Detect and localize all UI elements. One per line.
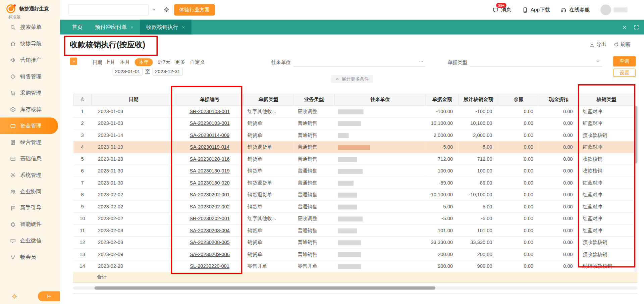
column-settings-icon[interactable] [80, 96, 85, 102]
refresh-button[interactable]: 刷新 [613, 41, 630, 48]
doc-no-link[interactable]: SA-20230208-005 [190, 240, 229, 245]
doc-no-link[interactable]: SA-20230119-014 [190, 144, 229, 150]
table-row[interactable]: 52023-01-28SA-20230128-016销货单普通销售712.007… [73, 153, 635, 165]
date-option[interactable]: 本月 [120, 58, 130, 65]
sidebar-item-2[interactable]: 快捷导航 [0, 35, 60, 52]
expand-more-button[interactable]: 展开更多条件 [331, 75, 373, 83]
org-select-redacted[interactable] [68, 4, 149, 15]
tab-2[interactable]: 预付冲应付单 [89, 20, 140, 35]
table-row[interactable]: 142023-02-20SL-20230220-001零售开单零售开单900.0… [73, 260, 635, 272]
chevron-down-icon[interactable] [151, 7, 157, 12]
total-label: 合计 [97, 274, 107, 281]
table-row[interactable]: 62023-01-30SA-20230130-019销货单普通销售100.001… [73, 165, 635, 177]
column-header[interactable]: 累计核销金额 [459, 94, 498, 105]
filter-settings-button[interactable]: 设置 [613, 68, 636, 77]
vertical-scrollbar[interactable] [634, 105, 638, 272]
sidebar-item-14[interactable]: 企业微信 [0, 233, 60, 249]
doc-no-link[interactable]: SA-20230203-004 [190, 227, 229, 233]
card-icon [10, 155, 16, 161]
query-button[interactable]: 查询 [613, 56, 636, 67]
vertical-scrollbar-thumb[interactable] [634, 106, 638, 163]
date-pills: 上月本月本年近7天更多自定义 [105, 58, 205, 66]
column-header[interactable]: 单据金额 [426, 94, 459, 105]
tab-3[interactable]: 收款核销执行 [140, 20, 192, 35]
gear-icon[interactable] [163, 7, 169, 13]
table-row[interactable]: 72023-01-30SA-20230130-020销货退货单普通销售-89.0… [73, 177, 635, 189]
messages-button[interactable]: 消息 99+ [492, 6, 511, 13]
doc-no-link[interactable]: SL-20230220-001 [190, 263, 229, 269]
cell-doc-no: SA-20230103-001 [176, 117, 244, 130]
column-header[interactable]: 余额 [498, 94, 539, 105]
sidebar-item-12[interactable]: 新手引导 [0, 200, 60, 216]
doc-no-link[interactable]: SA-20230202-001 [190, 192, 229, 198]
sidebar-item-8[interactable]: 经营管理 [0, 134, 60, 150]
table-row[interactable]: 82023-02-02SA-20230202-001销货退货单普通销售-10,1… [73, 189, 635, 201]
column-header[interactable]: 日期 [91, 94, 176, 105]
sidebar-footer [0, 291, 60, 302]
column-header[interactable]: 往来单位 [334, 94, 426, 105]
date-option[interactable]: 自定义 [190, 58, 205, 65]
cell-apply-type: 红蓝对冲 [579, 189, 635, 201]
doc-no-link[interactable]: SA-20230128-016 [190, 156, 229, 162]
sidebar-item-3[interactable]: 营销推广 [0, 52, 60, 68]
date-option[interactable]: 上月 [105, 58, 115, 65]
sidebar-item-4[interactable]: 销售管理 [0, 68, 60, 85]
date-from-field[interactable]: 2023-01-01 [113, 68, 143, 75]
close-icon[interactable] [622, 24, 627, 30]
table-row[interactable]: 32023-01-14SA-20230114-009销货单普通销售2,000.0… [73, 129, 635, 141]
tab-1[interactable]: 首页 [66, 20, 89, 35]
cell-balance: 0.00 [498, 117, 539, 130]
sidebar-item-5[interactable]: 采购管理 [0, 85, 60, 101]
sidebar-item-13[interactable]: 智能硬件 [0, 216, 60, 233]
doc-no-link[interactable]: SR-20230202-001 [190, 216, 230, 221]
online-support-button[interactable]: 在线客服 [560, 6, 590, 13]
sidebar-collapse-button[interactable] [38, 291, 60, 301]
more-dots-icon[interactable] [419, 59, 424, 64]
doc-no-link[interactable]: SA-20230130-019 [190, 168, 229, 174]
doc-no-link[interactable]: SA-20230130-020 [190, 180, 229, 186]
sidebar-item-11[interactable]: 企业协同 [0, 183, 60, 200]
trial-solution-button[interactable]: 体验行业方案 [174, 4, 215, 15]
doctype-select[interactable] [470, 56, 602, 67]
sidebar-settings-gear-icon[interactable] [11, 293, 17, 299]
doc-no-link[interactable]: SA-20230114-009 [190, 132, 229, 138]
table-row[interactable]: 122023-02-08SA-20230208-005销货单普通销售33,330… [73, 237, 635, 249]
column-header[interactable]: 单据编号 [176, 94, 244, 105]
table-row[interactable]: 92023-02-02SA-20230202-002销货单普通销售5.005.0… [73, 201, 635, 213]
table-row[interactable]: 22023-01-03SA-20230103-001销货单普通销售10,100.… [73, 117, 635, 130]
horizontal-scrollbar[interactable] [73, 286, 637, 290]
date-option[interactable]: 更多 [175, 58, 185, 65]
sidebar-item-9[interactable]: 基础信息 [0, 150, 60, 167]
table-row[interactable]: 42023-01-19SA-20230119-014销货退货单普通销售-5.00… [73, 141, 635, 153]
page-header-actions: 导出 刷新 [589, 41, 630, 48]
doc-no-link[interactable]: SA-20230209-006 [190, 251, 229, 257]
tab-close-icon[interactable] [130, 25, 134, 29]
date-to-field[interactable]: 2023-12-31 [153, 68, 183, 75]
sidebar-item-6[interactable]: 库存核算 [0, 101, 60, 117]
column-header[interactable]: 业务类型 [293, 94, 334, 105]
sidebar-item-1[interactable]: 搜索菜单 [0, 19, 60, 35]
tab-close-icon[interactable] [181, 25, 185, 29]
column-header[interactable]: 现金折扣 [539, 94, 579, 105]
table-row[interactable]: 132023-02-09SA-20230209-006销货单普通销售200.00… [73, 248, 635, 260]
horizontal-scrollbar-thumb[interactable] [95, 286, 435, 290]
sidebar-item-15[interactable]: 畅会员 [0, 249, 60, 265]
date-option[interactable]: 近7天 [158, 58, 170, 65]
user-avatar[interactable] [600, 4, 628, 15]
doc-no-link[interactable]: SR-20230103-001 [190, 108, 230, 114]
sidebar-item-7[interactable]: 资金管理 [0, 117, 58, 134]
doc-no-link[interactable]: SA-20230202-002 [190, 204, 229, 209]
partner-input[interactable] [293, 56, 425, 67]
table-row[interactable]: 102023-02-02SR-20230202-001红字其他收...应收调整-… [73, 213, 635, 225]
date-option[interactable]: 本年 [135, 58, 153, 66]
column-header[interactable]: 单据类型 [244, 94, 293, 105]
export-button[interactable]: 导出 [589, 41, 606, 48]
doc-no-link[interactable]: SA-20230103-001 [190, 120, 229, 126]
table-row[interactable]: 112023-02-03SA-20230203-004销货单普通销售101.00… [73, 224, 635, 237]
filter-collapse-button[interactable] [70, 57, 77, 65]
column-header[interactable]: 核销类型 [579, 94, 635, 105]
sidebar-item-10[interactable]: 系统管理 [0, 167, 60, 183]
app-download-button[interactable]: App下载 [522, 6, 550, 13]
fullscreen-icon[interactable] [634, 24, 639, 30]
table-row[interactable]: 12023-01-03SR-20230103-001红字其他收...应收调整-1… [73, 105, 635, 117]
